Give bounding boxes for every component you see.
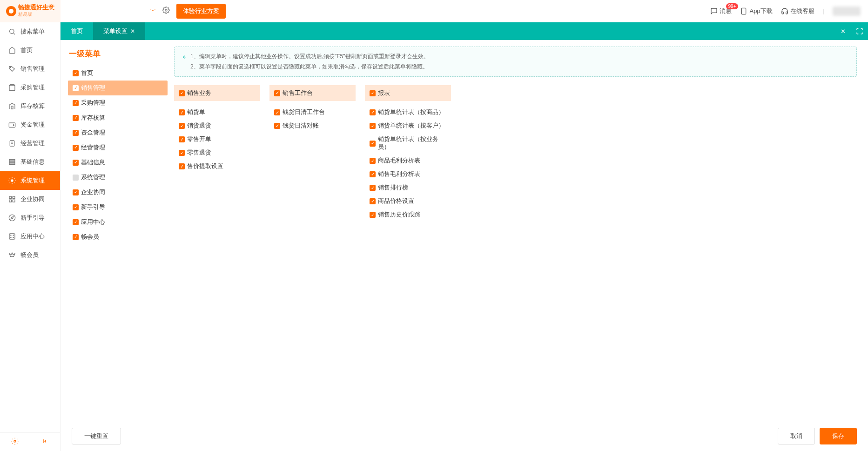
menu-item-2-7[interactable]: 销售历史价跟踪 (370, 208, 446, 222)
svg-rect-19 (9, 200, 12, 202)
sidebar-item-3[interactable]: 采购管理 (0, 78, 60, 97)
sidebar-settings-icon[interactable] (11, 438, 19, 446)
messages-button[interactable]: 消息 99+ (710, 7, 732, 15)
menu-item-2-0[interactable]: 销货单统计表（按商品） (370, 106, 446, 119)
checkbox[interactable] (179, 123, 185, 129)
level1-item-1[interactable]: 销售管理 (68, 81, 168, 95)
checkbox[interactable] (370, 158, 376, 164)
checkbox[interactable] (73, 130, 79, 136)
checkbox[interactable] (73, 219, 79, 225)
sidebar-item-2[interactable]: 销售管理 (0, 60, 60, 78)
checkbox[interactable] (73, 70, 79, 76)
checkbox[interactable] (73, 204, 79, 210)
save-button[interactable]: 保存 (820, 428, 857, 444)
sidebar-item-5[interactable]: 资金管理 (0, 115, 60, 134)
sidebar-item-label: 经营管理 (20, 139, 45, 148)
sidebar-item-10[interactable]: 新手引导 (0, 209, 60, 227)
level1-item-2[interactable]: 采购管理 (68, 95, 168, 110)
settings-gear-icon[interactable] (162, 7, 170, 15)
checkbox[interactable] (370, 90, 376, 96)
sidebar-item-9[interactable]: 企业协同 (0, 190, 60, 209)
menu-item-0-2[interactable]: 零售开单 (179, 133, 256, 146)
level1-item-6[interactable]: 基础信息 (68, 155, 168, 170)
checkbox[interactable] (73, 234, 79, 240)
group-header[interactable]: 销售工作台 (269, 85, 356, 101)
group-title: 报表 (378, 89, 390, 97)
checkbox[interactable] (274, 109, 280, 115)
menu-item-0-4[interactable]: 售价提取设置 (179, 160, 256, 173)
fullscreen-icon[interactable] (851, 22, 868, 40)
svg-point-3 (10, 29, 14, 34)
checkbox[interactable] (179, 150, 185, 156)
checkbox[interactable] (73, 115, 79, 121)
checkbox[interactable] (370, 109, 376, 115)
checkbox[interactable] (179, 163, 185, 169)
menu-item-0-3[interactable]: 零售退货 (179, 146, 256, 160)
level1-item-8[interactable]: 企业协同 (68, 185, 168, 200)
sidebar-item-4[interactable]: 库存核算 (0, 97, 60, 115)
brand-logo[interactable]: 畅捷通好生意 精易版 (0, 0, 61, 22)
menu-item-2-3[interactable]: 商品毛利分析表 (370, 154, 446, 168)
sidebar-item-7[interactable]: 基础信息 (0, 153, 60, 171)
user-avatar[interactable] (833, 7, 861, 16)
checkbox[interactable] (73, 189, 79, 195)
chevron-down-icon[interactable]: ﹀ (150, 7, 156, 15)
menu-item-1-0[interactable]: 钱货日清工作台 (274, 106, 351, 119)
online-support-button[interactable]: 在线客服 (781, 7, 814, 15)
checkbox[interactable] (370, 212, 376, 218)
checkbox[interactable] (274, 123, 280, 129)
close-icon[interactable]: ✕ (130, 28, 135, 34)
checkbox[interactable] (370, 198, 376, 204)
checkbox[interactable] (73, 85, 79, 91)
group-header[interactable]: 销售业务 (174, 85, 260, 101)
checkbox[interactable] (370, 185, 376, 191)
level1-item-9[interactable]: 新手引导 (68, 200, 168, 215)
checkbox[interactable] (73, 100, 79, 106)
checkbox[interactable] (274, 90, 280, 96)
checkbox[interactable] (179, 90, 185, 96)
checkbox[interactable] (370, 141, 376, 147)
sidebar-item-6[interactable]: 经营管理 (0, 134, 60, 153)
sidebar-item-0[interactable]: 搜索菜单 (0, 22, 60, 41)
sidebar-item-1[interactable]: 首页 (0, 41, 60, 60)
level1-item-10[interactable]: 应用中心 (68, 215, 168, 229)
sidebar-collapse-icon[interactable] (41, 438, 49, 446)
menu-item-2-5[interactable]: 销售排行榜 (370, 181, 446, 195)
sidebar-item-8[interactable]: 系统管理 (0, 171, 60, 190)
menu-item-2-6[interactable]: 商品价格设置 (370, 195, 446, 208)
level1-item-3[interactable]: 库存核算 (68, 110, 168, 125)
menu-item-1-1[interactable]: 钱货日清对账 (274, 119, 351, 133)
level1-item-11[interactable]: 畅会员 (68, 229, 168, 244)
menu-item-0-1[interactable]: 销货退货 (179, 119, 256, 133)
checkbox[interactable] (370, 171, 376, 177)
checkbox[interactable] (73, 145, 79, 151)
checkbox[interactable] (179, 109, 185, 115)
menu-item-2-2[interactable]: 销货单统计表（按业务员） (370, 133, 446, 154)
checkbox[interactable] (179, 136, 185, 142)
menu-item-2-1[interactable]: 销货单统计表（按客户） (370, 119, 446, 133)
industry-plan-button[interactable]: 体验行业方案 (176, 4, 226, 19)
menu-item-2-4[interactable]: 销售毛利分析表 (370, 168, 446, 181)
sidebar-item-11[interactable]: 应用中心 (0, 227, 60, 246)
level1-item-7[interactable]: 系统管理 (68, 170, 168, 185)
company-selector[interactable] (67, 7, 85, 15)
level1-item-5[interactable]: 经营管理 (68, 140, 168, 155)
menu-item-0-0[interactable]: 销货单 (179, 106, 256, 119)
menu-item-label: 销货单统计表（按业务员） (378, 135, 446, 151)
tips-box: ✧ 1、编辑菜单时，建议停止其他业务操作。设置成功后,须按"F5"键刷新页面或重… (174, 47, 857, 77)
tab-1[interactable]: 菜单设置✕ (93, 22, 145, 40)
level1-item-4[interactable]: 资金管理 (68, 125, 168, 140)
tab-close-all-icon[interactable]: ✕ (834, 22, 851, 40)
level1-item-0[interactable]: 首页 (68, 66, 168, 81)
tab-0[interactable]: 首页 (61, 22, 93, 40)
svg-line-4 (13, 33, 15, 34)
checkbox[interactable] (73, 175, 79, 181)
checkbox[interactable] (73, 160, 79, 166)
group-header[interactable]: 报表 (365, 85, 451, 101)
reset-button[interactable]: 一键重置 (72, 428, 121, 444)
svg-rect-29 (43, 439, 43, 443)
checkbox[interactable] (370, 123, 376, 129)
app-download-button[interactable]: App下载 (740, 7, 772, 15)
cancel-button[interactable]: 取消 (778, 428, 815, 444)
sidebar-item-12[interactable]: 畅会员 (0, 246, 60, 264)
